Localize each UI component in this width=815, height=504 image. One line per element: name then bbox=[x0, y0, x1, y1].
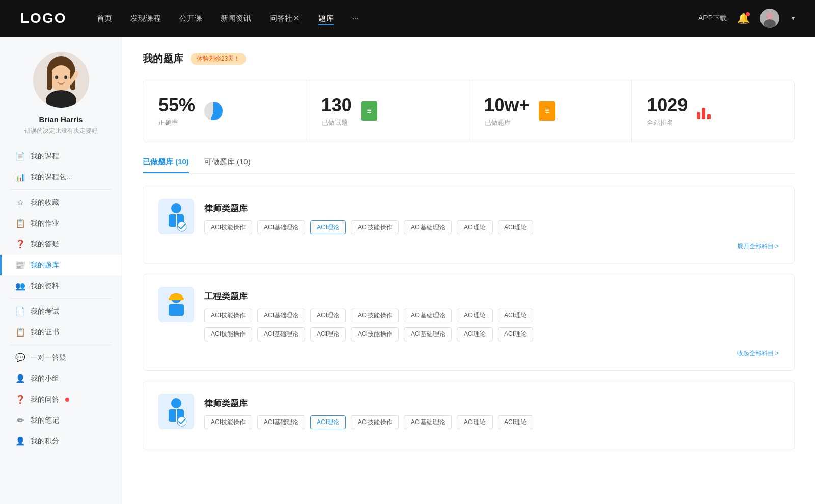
tag-1-5[interactable]: ACI理论 bbox=[457, 220, 493, 234]
sidebar-item-my-questions[interactable]: ❓ 我的问答 bbox=[0, 389, 122, 410]
nav-home[interactable]: 首页 bbox=[97, 14, 112, 23]
sidebar-item-notes[interactable]: ✏ 我的笔记 bbox=[0, 410, 122, 431]
stat-accuracy-label: 正确率 bbox=[158, 118, 195, 127]
sidebar-item-materials[interactable]: 👥 我的资料 bbox=[0, 275, 122, 296]
bank-2-collapse[interactable]: 收起全部科目 > bbox=[158, 349, 779, 358]
sidebar-item-questions[interactable]: ❓ 我的答疑 bbox=[0, 234, 122, 255]
tag-3-6[interactable]: ACI理论 bbox=[498, 415, 533, 429]
navbar-right: APP下载 🔔 ▾ bbox=[698, 9, 795, 28]
tag-3-3[interactable]: ACI技能操作 bbox=[351, 415, 399, 429]
sidebar-item-points[interactable]: 👤 我的积分 bbox=[0, 431, 122, 452]
sidebar-item-bank[interactable]: 📰 我的题库 bbox=[0, 255, 122, 275]
nav-discover[interactable]: 发现课程 bbox=[130, 14, 161, 23]
notification-bell[interactable]: 🔔 bbox=[737, 12, 750, 24]
bank-1-tags: ACI技能操作 ACI基础理论 ACI理论 ACI技能操作 ACI基础理论 AC… bbox=[204, 220, 779, 234]
stat-accuracy: 55% 正确率 bbox=[143, 80, 306, 142]
sidebar-item-course-pkg[interactable]: 📊 我的课程包... bbox=[0, 166, 122, 187]
page-title: 我的题库 bbox=[143, 52, 183, 66]
nav-qa[interactable]: 问答社区 bbox=[269, 14, 300, 23]
svg-point-8 bbox=[55, 76, 58, 79]
nav-bank[interactable]: 题库 bbox=[318, 14, 334, 23]
user-avatar bbox=[33, 52, 89, 108]
tag-2-9[interactable]: ACI理论 bbox=[310, 327, 346, 341]
stat-done-banks-label: 已做题库 bbox=[484, 118, 530, 127]
tag-2-0[interactable]: ACI技能操作 bbox=[204, 309, 252, 322]
tag-3-1[interactable]: ACI基础理论 bbox=[257, 415, 305, 429]
tag-2-5[interactable]: ACI理论 bbox=[457, 309, 493, 322]
certificate-icon: 📋 bbox=[15, 327, 25, 337]
divider-2 bbox=[10, 298, 112, 299]
page-header: 我的题库 体验剩余23天！ bbox=[143, 52, 795, 66]
tab-row: 已做题库 (10) 可做题库 (10) bbox=[143, 157, 795, 174]
sidebar-item-exam[interactable]: 📄 我的考试 bbox=[0, 301, 122, 322]
user-motto: 错误的决定比没有决定要好 bbox=[24, 127, 98, 135]
tag-3-2[interactable]: ACI理论 bbox=[310, 415, 346, 429]
tag-2-6[interactable]: ACI理论 bbox=[498, 309, 533, 322]
favorites-icon: ☆ bbox=[15, 198, 25, 207]
tag-3-4[interactable]: ACI基础理论 bbox=[404, 415, 452, 429]
stat-done-questions-label: 已做试题 bbox=[321, 118, 352, 127]
main-content: 我的题库 体验剩余23天！ 55% 正确率 130 已做试题 ≡ bbox=[122, 37, 815, 504]
bar1 bbox=[697, 112, 700, 119]
tag-2-3[interactable]: ACI技能操作 bbox=[351, 309, 399, 322]
bank-1-icon bbox=[158, 199, 194, 234]
sidebar-item-course[interactable]: 📄 我的课程 bbox=[0, 146, 122, 166]
tag-1-3[interactable]: ACI技能操作 bbox=[351, 220, 399, 234]
app-download-btn[interactable]: APP下载 bbox=[698, 14, 727, 23]
bank-1-expand[interactable]: 展开全部科目 > bbox=[158, 242, 779, 251]
sidebar-item-group[interactable]: 👤 我的小组 bbox=[0, 368, 122, 389]
bar-chart-icon bbox=[697, 103, 711, 119]
sidebar-item-1on1[interactable]: 💬 一对一答疑 bbox=[0, 347, 122, 368]
bank-card-1-header: 律师类题库 ACI技能操作 ACI基础理论 ACI理论 ACI技能操作 ACI基… bbox=[158, 199, 779, 234]
tag-1-4[interactable]: ACI基础理论 bbox=[404, 220, 452, 234]
tag-1-0[interactable]: ACI技能操作 bbox=[204, 220, 252, 234]
logo: LOGO bbox=[20, 10, 66, 26]
bank-3-icon bbox=[158, 394, 194, 429]
divider-1 bbox=[10, 189, 112, 190]
tab-done-banks[interactable]: 已做题库 (10) bbox=[143, 157, 189, 173]
svg-point-11 bbox=[171, 203, 181, 213]
bank-card-3-header: 律师类题库 ACI技能操作 ACI基础理论 ACI理论 ACI技能操作 ACI基… bbox=[158, 394, 779, 429]
tag-1-1[interactable]: ACI基础理论 bbox=[257, 220, 305, 234]
tag-2-4[interactable]: ACI基础理论 bbox=[404, 309, 452, 322]
tag-2-2[interactable]: ACI理论 bbox=[310, 309, 346, 322]
tag-2-8[interactable]: ACI基础理论 bbox=[257, 327, 305, 341]
divider-3 bbox=[10, 345, 112, 345]
sidebar-item-homework[interactable]: 📋 我的作业 bbox=[0, 213, 122, 234]
tag-2-13[interactable]: ACI理论 bbox=[498, 327, 533, 341]
nav-more[interactable]: ··· bbox=[352, 14, 359, 23]
stats-row: 55% 正确率 130 已做试题 ≡ 10w+ 已做题库 ≡ bbox=[143, 80, 795, 142]
bar2 bbox=[702, 108, 705, 119]
tag-2-10[interactable]: ACI技能操作 bbox=[351, 327, 399, 341]
tag-1-2[interactable]: ACI理论 bbox=[310, 220, 346, 234]
sidebar: Brian Harris 错误的决定比没有决定要好 📄 我的课程 📊 我的课程包… bbox=[0, 37, 122, 504]
bank-3-title: 律师类题库 bbox=[204, 394, 779, 409]
my-questions-icon: ❓ bbox=[15, 395, 25, 404]
tag-2-12[interactable]: ACI理论 bbox=[457, 327, 493, 341]
bank-card-1: 律师类题库 ACI技能操作 ACI基础理论 ACI理论 ACI技能操作 ACI基… bbox=[143, 186, 795, 264]
tag-2-7[interactable]: ACI技能操作 bbox=[204, 327, 252, 341]
nav-open-course[interactable]: 公开课 bbox=[179, 14, 202, 23]
stat-accuracy-value: 55% bbox=[158, 95, 195, 116]
svg-point-18 bbox=[171, 398, 181, 408]
svg-rect-16 bbox=[169, 298, 184, 300]
bank-card-2: 工程类题库 ACI技能操作 ACI基础理论 ACI理论 ACI技能操作 ACI基… bbox=[143, 274, 795, 371]
bank-icon: 📰 bbox=[15, 260, 25, 270]
svg-point-5 bbox=[50, 65, 72, 92]
tag-2-11[interactable]: ACI基础理论 bbox=[404, 327, 452, 341]
tag-3-0[interactable]: ACI技能操作 bbox=[204, 415, 252, 429]
sidebar-item-certificate[interactable]: 📋 我的证书 bbox=[0, 322, 122, 343]
group-icon: 👤 bbox=[15, 374, 25, 383]
dropdown-arrow[interactable]: ▾ bbox=[792, 15, 795, 22]
page-wrapper: Brian Harris 错误的决定比没有决定要好 📄 我的课程 📊 我的课程包… bbox=[0, 37, 815, 504]
tag-3-5[interactable]: ACI理论 bbox=[457, 415, 493, 429]
nav-news[interactable]: 新闻资讯 bbox=[221, 14, 251, 23]
course-icon: 📄 bbox=[15, 151, 25, 161]
sidebar-item-favorites[interactable]: ☆ 我的收藏 bbox=[0, 192, 122, 213]
bank-2-title: 工程类题库 bbox=[204, 287, 779, 302]
tab-available-banks[interactable]: 可做题库 (10) bbox=[204, 157, 251, 173]
materials-icon: 👥 bbox=[15, 281, 25, 291]
tag-2-1[interactable]: ACI基础理论 bbox=[257, 309, 305, 322]
tag-1-6[interactable]: ACI理论 bbox=[498, 220, 533, 234]
avatar[interactable] bbox=[760, 9, 779, 28]
